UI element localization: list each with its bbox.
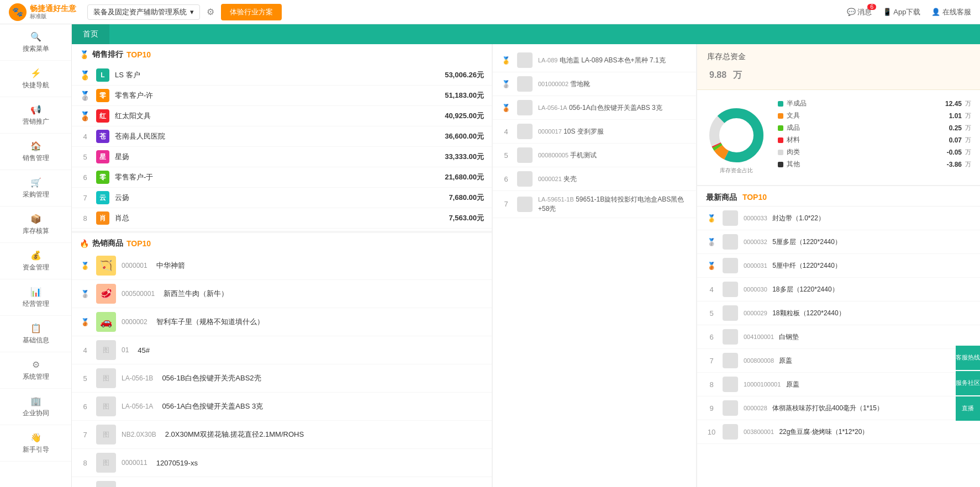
col-right: 库存总资金 9.88 万 [696, 44, 980, 487]
list-item: 🥉 0000031 5厘中纤（1220*2440） [697, 254, 980, 278]
logo-sub: 标准版 [30, 13, 76, 20]
direct-button[interactable]: 直播 [956, 396, 980, 421]
logo-area: 🐾 畅捷通好生意 标准版 [9, 3, 81, 21]
table-row: 4 苍 苍南县人民医院 36,600.00元 [72, 126, 492, 147]
online-service[interactable]: 👤 在线客服 [931, 7, 971, 17]
inventory-header: 库存总资金 9.88 万 [697, 44, 980, 90]
content-area: 首页 🏅 销售排行 TOP10 🥇 L [72, 24, 980, 487]
chart-label: 库存资金占比 [720, 167, 753, 174]
avatar: 红 [96, 109, 109, 123]
col-middle: 🥇 LA-089 电池盖 LA-089 ABS本色+黑种 7.1克 🥈 [492, 44, 696, 487]
avatar: 苍 [96, 130, 109, 143]
list-item: 4 图 01 45# [72, 336, 492, 364]
system-selector[interactable]: 装备及固定资产辅助管理系统 ▾ [87, 4, 200, 20]
product-thumb [517, 124, 533, 139]
list-item: 9 图 KK-SD22110H 花语萌侣温分罐罐袋（厚款） [72, 477, 492, 487]
system-name: 装备及固定资产辅助管理系统 [93, 7, 187, 17]
sidebar-item-corp[interactable]: 🏢 企业协同 [0, 389, 71, 425]
top-header: 🐾 畅捷通好生意 标准版 装备及固定资产辅助管理系统 ▾ ⚙ 体验行业方案 💬 … [0, 0, 980, 24]
product-image: 🏹 [96, 256, 116, 276]
message-count: 6 [867, 4, 876, 10]
product-thumb [723, 424, 738, 440]
product-thumb [723, 258, 738, 273]
app-download[interactable]: 📱 App下载 [883, 7, 920, 17]
product-thumb [723, 353, 738, 368]
product-thumb [517, 171, 533, 187]
donut-chart [706, 105, 767, 166]
list-item: 🥈 🥩 000500001 新西兰牛肉（新牛） [72, 280, 492, 308]
list-item: 🥇 🏹 0000001 中华神箭 [72, 252, 492, 280]
legend-list: 半成品 12.45 万 文具 1.01 万 成品 [778, 99, 971, 172]
list-item: 10 003800001 22g鱼豆腐·烧烤味（1*12*20） [697, 420, 980, 444]
table-row: 5 星 星扬 33,333.00元 [72, 147, 492, 167]
list-item: 🥈 0000032 5厘多层（1220*2440） [697, 230, 980, 254]
sidebar: 🔍 搜索菜单 ⚡ 快捷导航 📢 营销推广 🏠 销售管理 🛒 采购管理 📦 库存核… [0, 24, 72, 487]
list-item: 8 10000100001 原盖 [697, 373, 980, 396]
list-item: 8 图 0000011 12070519-xs [72, 449, 492, 477]
product-ranking-section: 🥇 LA-089 电池盖 LA-089 ABS本色+黑种 7.1克 🥈 [493, 44, 696, 218]
service-label: 在线客服 [942, 8, 971, 16]
service-icon: 👤 [931, 8, 940, 16]
col-left: 🏅 销售排行 TOP10 🥇 L LS 客户 53,006.26元 🥈 [72, 44, 492, 487]
sidebar-item-finance[interactable]: 💰 资金管理 [0, 243, 71, 279]
avatar: 零 [96, 171, 109, 184]
message-badge[interactable]: 💬 消息 6 [847, 7, 872, 17]
logo-text: 畅捷通好生意 [30, 4, 76, 13]
list-item: 9 0000028 体彻蒸枝味苏打饮品400毫升（1*15） [697, 396, 980, 420]
sidebar-item-purchase[interactable]: 🛒 采购管理 [0, 170, 71, 207]
list-item: 6 0000021 夹壳 [493, 167, 696, 191]
avatar: 云 [96, 191, 109, 204]
table-row: 🥈 零 零售客户-许 51,183.00元 [72, 86, 492, 106]
product-image: 图 [96, 368, 116, 388]
product-thumb [517, 52, 533, 68]
legend-item-0: 半成品 12.45 万 [778, 99, 971, 108]
sales-ranking-section: 🏅 销售排行 TOP10 🥇 L LS 客户 53,006.26元 🥈 [72, 44, 492, 231]
product-thumb [517, 147, 533, 163]
hot-products-header: 🔥 热销商品 TOP10 [72, 233, 492, 252]
product-image: 图 [96, 425, 116, 444]
sidebar-item-sales[interactable]: 🏠 销售管理 [0, 134, 71, 170]
product-rank-list: 🥇 LA-089 电池盖 LA-089 ABS本色+黑种 7.1克 🥈 [493, 49, 696, 218]
tab-home[interactable]: 首页 [72, 24, 109, 44]
product-thumb [723, 377, 738, 392]
legend-item-5: 其他 -3.86 万 [778, 160, 971, 169]
customer-service-button[interactable]: 客服热线 [956, 346, 980, 370]
dropdown-icon: ▾ [190, 8, 194, 16]
avatar: 肖 [96, 211, 109, 225]
table-row: 🥇 L LS 客户 53,006.26元 [72, 65, 492, 86]
product-thumb [723, 234, 738, 250]
list-item: 4 0000017 10S 变刹罗服 [493, 120, 696, 144]
medal-icon: 🏅 [80, 50, 89, 59]
sidebar-item-quick-nav[interactable]: ⚡ 快捷导航 [0, 61, 71, 97]
sidebar-item-marketing[interactable]: 📢 营销推广 [0, 97, 71, 134]
list-item: 4 0000030 18多层（1220*2440） [697, 278, 980, 301]
trial-button[interactable]: 体验行业方案 [221, 4, 282, 20]
service-community-button[interactable]: 服务社区 [956, 371, 980, 395]
product-thumb [723, 210, 738, 226]
app-icon: 📱 [883, 8, 892, 16]
latest-products-section: 最新商品 TOP10 🥇 0000033 封边带（1.0*22） 🥈 [697, 185, 980, 444]
settings-icon[interactable]: ⚙ [207, 7, 214, 17]
table-row: 6 零 零售客户-于 21,680.00元 [72, 167, 492, 188]
avatar: L [96, 68, 109, 82]
rank-medal-1: 🥇 [80, 70, 91, 81]
rank-medal-2: 🥈 [80, 90, 91, 101]
legend-item-4: 肉类 -0.05 万 [778, 147, 971, 157]
sidebar-item-inventory[interactable]: 📦 库存核算 [0, 207, 71, 243]
sidebar-item-system[interactable]: ⚙ 系统管理 [0, 352, 71, 389]
product-image: 🥩 [96, 284, 116, 304]
table-row: 8 肖 肖总 7,563.00元 [72, 208, 492, 229]
avatar: 星 [96, 150, 109, 163]
sidebar-item-basic[interactable]: 📋 基础信息 [0, 316, 71, 352]
list-item: 🥉 LA-056-1A 056-1A白色按键开关盖ABS 3克 [493, 96, 696, 120]
logo-icon: 🐾 [9, 3, 27, 21]
sales-rank-list: 🥇 L LS 客户 53,006.26元 🥈 零 零售客户-许 51,183.0… [72, 63, 492, 231]
product-thumb [517, 100, 533, 115]
product-thumb [723, 400, 738, 416]
sidebar-search[interactable]: 🔍 搜索菜单 [0, 24, 71, 61]
float-buttons: 客服热线 服务社区 直播 [956, 346, 980, 421]
sidebar-item-guide[interactable]: 👋 新手引导 [0, 425, 71, 462]
header-right: 💬 消息 6 📱 App下载 👤 在线客服 [847, 7, 971, 17]
sidebar-item-operation[interactable]: 📊 经营管理 [0, 279, 71, 316]
list-item: 7 000800008 原盖 [697, 349, 980, 373]
